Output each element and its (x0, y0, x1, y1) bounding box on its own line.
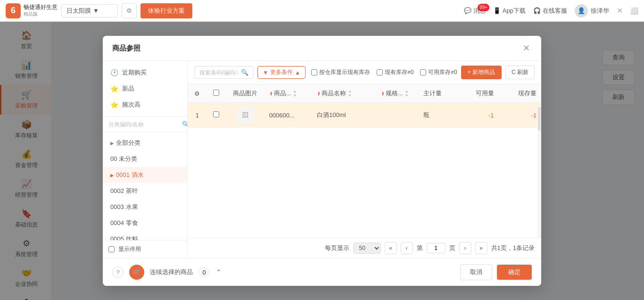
more-filter-button[interactable]: ▼ 更多条件 ▲ (257, 66, 305, 79)
cat-all[interactable]: ▶ 全部分类 (103, 135, 187, 151)
cat-tea[interactable]: 0002 茶叶 (103, 183, 187, 199)
col-code-header[interactable]: ⬆ 商品... ▲ ▼ (264, 84, 313, 103)
sort-spec-icon: ⬆ (381, 91, 385, 96)
product-search-input[interactable] (199, 69, 238, 76)
row-name-cell: 白酒100ml (312, 103, 376, 128)
app-download-item[interactable]: 📱 App下载 (493, 7, 526, 15)
app-logo-icon: 6 (6, 3, 21, 18)
footer-actions: 取消 确定 (460, 264, 532, 280)
modal-close-button[interactable]: ✕ (520, 42, 532, 54)
by-warehouse-label: 按仓库显示现有库存 (319, 68, 370, 76)
modal-header: 商品参照 ✕ (103, 36, 541, 61)
stock-nonzero-input[interactable] (377, 69, 383, 75)
help-button[interactable]: ? (112, 267, 124, 278)
category-search-input[interactable] (108, 121, 179, 128)
cat-fruit-label: 0003 水果 (110, 203, 138, 211)
first-page-btn[interactable]: « (385, 242, 397, 254)
col-code-label: 商品... (274, 89, 291, 98)
user-area[interactable]: 👤 徐泽华 (575, 4, 609, 17)
modal-body: 🕐 近期购买 ⭐ 新品 ⭐ 频次高 (103, 61, 541, 258)
total-records-label: 共1页，1条记录 (491, 244, 535, 252)
cart-icon: 🛒 (132, 268, 141, 277)
avail-nonzero-input[interactable] (420, 69, 426, 75)
cat-beverage[interactable]: 0005 饮料 (103, 231, 187, 240)
add-product-button[interactable]: + 新增商品 (461, 66, 502, 79)
recent-icon: 🕐 (110, 69, 118, 76)
freq-icon: ⭐ (110, 101, 118, 108)
online-service-label: 在线客服 (543, 7, 567, 15)
high-freq-tab[interactable]: ⭐ 频次高 (103, 97, 187, 113)
row-stock: -1 (531, 112, 537, 119)
window-expand-icon[interactable]: ⬜ (630, 7, 638, 15)
col-unit-header: 主计量 (419, 84, 456, 103)
window-close-icon[interactable]: ✕ (617, 6, 623, 15)
row-checkbox[interactable] (213, 111, 219, 117)
row-checkbox-cell[interactable] (207, 103, 226, 128)
trial-button[interactable]: 体验行业方案 (140, 3, 192, 18)
cancel-button[interactable]: 取消 (460, 264, 492, 280)
settings-gear-btn[interactable]: ⚙ (122, 3, 137, 18)
app-download-label: App下载 (503, 7, 526, 15)
per-page-select[interactable]: 50 20 100 (353, 242, 381, 254)
cat-liquor[interactable]: ▶ 0001 酒水 (103, 167, 187, 183)
table-row[interactable]: 1 🖼 (188, 103, 541, 128)
selected-count-badge: 0 (198, 267, 210, 278)
prev-page-btn[interactable]: ‹ (401, 242, 413, 254)
code-sort-arrows[interactable]: ▲ ▼ (293, 90, 297, 98)
checkbox-avail-nonzero[interactable]: 可用库存≠0 (420, 68, 457, 76)
filter-checkboxes: 按仓库显示现有库存 现有库存≠0 可用库存≠0 (311, 68, 457, 76)
gear-icon: ⚙ (126, 7, 132, 14)
checkbox-stock-nonzero[interactable]: 现有库存≠0 (377, 68, 413, 76)
last-page-btn[interactable]: » (475, 242, 487, 254)
next-page-btn[interactable]: › (459, 242, 471, 254)
table-settings-icon[interactable]: ⚙ (194, 90, 200, 97)
recent-purchase-tab[interactable]: 🕐 近期购买 (103, 65, 187, 81)
page-number-input[interactable] (427, 243, 446, 253)
confirm-button[interactable]: 确定 (497, 265, 532, 280)
show-disabled-checkbox[interactable] (108, 246, 115, 252)
cat-fruit[interactable]: 0003 水果 (103, 199, 187, 215)
cat-snack[interactable]: 0004 零食 (103, 215, 187, 231)
page-prefix-label: 第 (417, 244, 423, 252)
expand-liquor-icon: ▶ (110, 173, 114, 178)
high-freq-label: 频次高 (122, 100, 140, 109)
new-product-tab[interactable]: ⭐ 新品 (103, 81, 187, 97)
category-search-area: 🔍 (103, 117, 187, 132)
cat-unclassified[interactable]: 00 未分类 (103, 151, 187, 167)
spec-sort-arrows[interactable]: ▲ ▼ (405, 90, 409, 98)
col-spec-header[interactable]: ⬆ 规格... ▲ ▼ (376, 84, 419, 103)
row-stock-cell: -1 (499, 103, 541, 128)
phone-icon: 📱 (493, 7, 501, 14)
cat-liquor-label: 0001 酒水 (116, 171, 144, 179)
col-stock-header: 现存量 (499, 84, 541, 103)
col-settings-header[interactable]: ⚙ (188, 84, 207, 103)
user-avatar: 👤 (575, 4, 588, 17)
table-actions: + 新增商品 C 刷新 (461, 66, 535, 79)
search-icon[interactable]: 🔍 (241, 69, 248, 76)
continuous-label: 连续选择的商品 (150, 268, 193, 276)
cart-button[interactable]: 🛒 (129, 265, 144, 280)
notification-item[interactable]: 💬 消息 99+ (464, 7, 486, 15)
cat-beverage-label: 0005 饮料 (110, 235, 138, 240)
cat-unclassified-label: 00 未分类 (110, 155, 137, 163)
collapse-icon[interactable]: ⌃ (215, 268, 222, 277)
col-name-header[interactable]: ⬆ 商品名称 ▲ ▼ (312, 84, 376, 103)
select-all-checkbox[interactable] (213, 90, 219, 96)
notification-badge: 99+ (478, 4, 489, 11)
checkbox-by-warehouse[interactable]: 按仓库显示现有库存 (311, 68, 370, 76)
online-service-item[interactable]: 🎧 在线客服 (533, 7, 567, 15)
row-code-cell: 000600... (264, 103, 313, 128)
by-warehouse-input[interactable] (311, 69, 317, 75)
refresh-table-button[interactable]: C 刷新 (505, 66, 535, 79)
pagination-bar: 每页显示 50 20 100 « ‹ 第 页 › » 共1页，1条记录 (188, 238, 541, 258)
filter-arrow-icon: ▲ (295, 69, 300, 76)
product-table: ⚙ 商品图片 (188, 84, 541, 128)
cat-tea-label: 0002 茶叶 (110, 187, 138, 195)
product-table-wrap: ⚙ 商品图片 (188, 84, 541, 238)
product-image-placeholder: 🖼 (237, 107, 254, 124)
stock-nonzero-label: 现有库存≠0 (385, 68, 413, 76)
category-search-icon[interactable]: 🔍 (182, 121, 188, 128)
store-selector[interactable]: 日太阳膜 ▼ (61, 4, 118, 17)
scrollbar-thumb (538, 107, 541, 131)
name-sort-arrows[interactable]: ▲ ▼ (348, 90, 352, 98)
